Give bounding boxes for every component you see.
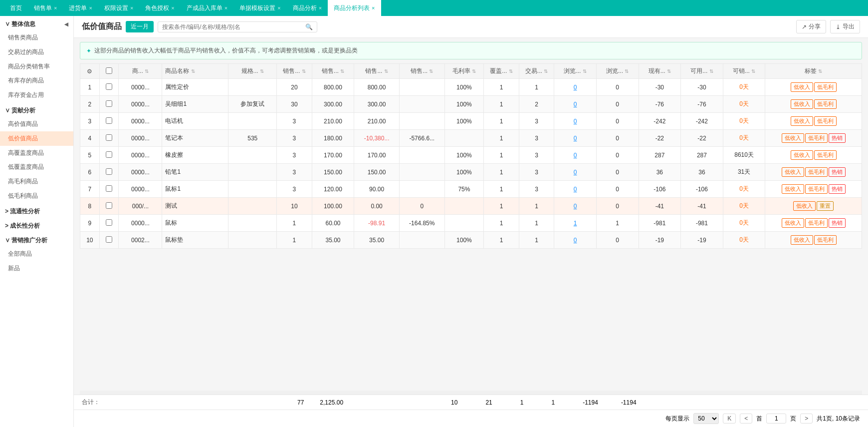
row-view1[interactable]: 1 bbox=[554, 215, 597, 232]
row-tags: 低收入低毛利 bbox=[765, 113, 862, 130]
sidebar-group-contribution[interactable]: ∨ 贡献分析 bbox=[0, 102, 73, 117]
data-table-container: ⚙ 商... ⇅ 商品名称 ⇅ 规格... ⇅ 销售... ⇅ 销售... ⇅ … bbox=[80, 63, 862, 391]
row-check[interactable] bbox=[99, 232, 119, 249]
nav-product-analysis-list[interactable]: 商品分析列表 × bbox=[328, 0, 381, 16]
nav-permissions[interactable]: 权限设置 × bbox=[98, 0, 139, 16]
row-check[interactable] bbox=[99, 181, 119, 198]
search-input[interactable] bbox=[162, 23, 303, 30]
sidebar-item-stocked-goods[interactable]: 有库存的商品 bbox=[0, 73, 73, 88]
col-sale-amt-header[interactable]: 销售... ⇅ bbox=[354, 64, 400, 79]
row-check[interactable] bbox=[99, 164, 119, 181]
nav-close-icon[interactable]: × bbox=[171, 5, 174, 11]
row-tags: 低收入低毛利热销 bbox=[765, 181, 862, 198]
row-view1[interactable]: 0 bbox=[554, 147, 597, 164]
row-check[interactable] bbox=[99, 130, 119, 147]
col-cover-header[interactable]: 覆盖... ⇅ bbox=[484, 64, 519, 79]
sidebar-item-all-goods[interactable]: 全部商品 bbox=[0, 247, 73, 261]
next-page-button[interactable]: > bbox=[800, 414, 813, 424]
sidebar-item-high-margin[interactable]: 高毛利商品 bbox=[0, 174, 73, 189]
table-row: 5 0000... 橡皮擦 3 170.00 170.00 100% 1 3 0… bbox=[80, 147, 862, 164]
row-no: 2 bbox=[80, 96, 100, 113]
prev-page-button[interactable]: < bbox=[740, 414, 752, 424]
row-view1[interactable]: 0 bbox=[554, 181, 597, 198]
sidebar-item-new-goods[interactable]: 新品 bbox=[0, 261, 73, 276]
share-button[interactable]: ↗ 分享 bbox=[796, 20, 826, 33]
col-sale-qty-header[interactable]: 销售... ⇅ bbox=[277, 64, 312, 79]
nav-close-icon[interactable]: × bbox=[319, 5, 322, 11]
col-sale2-header[interactable]: 可销... ⇅ bbox=[723, 64, 765, 79]
horizontal-scrollbar[interactable] bbox=[80, 391, 862, 395]
row-view2: 0 bbox=[596, 198, 639, 215]
row-view1[interactable]: 0 bbox=[554, 113, 597, 130]
row-view1[interactable]: 0 bbox=[554, 79, 597, 96]
col-view1-header[interactable]: 浏览... ⇅ bbox=[554, 64, 597, 79]
row-check[interactable] bbox=[99, 96, 119, 113]
row-cover: 1 bbox=[484, 215, 519, 232]
nav-home[interactable]: 首页 bbox=[4, 0, 28, 16]
row-view1[interactable]: 0 bbox=[554, 96, 597, 113]
sidebar-item-stock-fund[interactable]: 库存资金占用 bbox=[0, 88, 73, 102]
col-spec-header[interactable]: 规格... ⇅ bbox=[228, 64, 277, 79]
row-name: 属性定价 bbox=[162, 79, 228, 96]
sidebar-group-circulation[interactable]: > 流通性分析 bbox=[0, 203, 73, 218]
col-view2-header[interactable]: 浏览... ⇅ bbox=[596, 64, 639, 79]
search-icon[interactable]: 🔍 bbox=[305, 23, 313, 30]
col-settings[interactable]: ⚙ bbox=[80, 64, 100, 79]
col-tags-header[interactable]: 标签 ⇅ bbox=[765, 64, 862, 79]
filter-recent-month-button[interactable]: 近一月 bbox=[126, 21, 154, 32]
row-sale-amt: 300.00 bbox=[354, 96, 400, 113]
sidebar-item-category-sales-rate[interactable]: 商品分类销售率 bbox=[0, 59, 73, 74]
col-avail-header[interactable]: 可用... ⇅ bbox=[681, 64, 723, 79]
sidebar-group-growth[interactable]: > 成长性分析 bbox=[0, 218, 73, 232]
first-page-button[interactable]: K bbox=[723, 414, 736, 424]
row-sale-cost: -164.85% bbox=[399, 215, 444, 232]
sidebar-item-traded-goods[interactable]: 交易过的商品 bbox=[0, 45, 73, 59]
sidebar-group-overall[interactable]: ∨ 整体信息 ◀ bbox=[0, 16, 73, 30]
page-number-input[interactable] bbox=[766, 414, 786, 424]
sidebar-item-low-value[interactable]: 低价值商品 bbox=[0, 131, 73, 146]
total-trade: 21 bbox=[485, 399, 492, 406]
sidebar-item-sales-goods[interactable]: 销售类商品 bbox=[0, 30, 73, 45]
row-no: 10 bbox=[80, 232, 100, 249]
col-code-header[interactable]: 商... ⇅ bbox=[119, 64, 162, 79]
nav-product-analysis[interactable]: 商品分析 × bbox=[287, 0, 328, 16]
sidebar-item-low-margin[interactable]: 低毛利商品 bbox=[0, 189, 73, 203]
col-gross-header[interactable]: 毛利率 ⇅ bbox=[444, 64, 484, 79]
col-sale-cost-header[interactable]: 销售... ⇅ bbox=[399, 64, 444, 79]
sidebar-group-marketing[interactable]: ∨ 营销推广分析 bbox=[0, 232, 73, 247]
export-button[interactable]: ⤓ 导出 bbox=[830, 20, 860, 33]
row-check[interactable] bbox=[99, 198, 119, 215]
row-view1[interactable]: 0 bbox=[554, 164, 597, 181]
col-trade-header[interactable]: 交易... ⇅ bbox=[519, 64, 554, 79]
nav-sales-order[interactable]: 销售单 × bbox=[28, 0, 63, 16]
row-avail: 287 bbox=[681, 147, 723, 164]
nav-close-icon[interactable]: × bbox=[277, 5, 280, 11]
row-view1[interactable]: 0 bbox=[554, 232, 597, 249]
col-check-all[interactable] bbox=[99, 64, 119, 79]
nav-close-icon[interactable]: × bbox=[130, 5, 133, 11]
nav-close-icon[interactable]: × bbox=[224, 5, 227, 11]
row-view1[interactable]: 0 bbox=[554, 198, 597, 215]
sidebar-item-low-coverage[interactable]: 低覆盖度商品 bbox=[0, 160, 73, 174]
nav-product-entry[interactable]: 产成品入库单 × bbox=[181, 0, 233, 16]
row-check[interactable] bbox=[99, 79, 119, 96]
nav-roles[interactable]: 角色授权 × bbox=[139, 0, 180, 16]
nav-purchase-order[interactable]: 进货单 × bbox=[63, 0, 98, 16]
row-check[interactable] bbox=[99, 215, 119, 232]
nav-close-icon[interactable]: × bbox=[89, 5, 92, 11]
row-check[interactable] bbox=[99, 147, 119, 164]
sidebar-item-high-coverage[interactable]: 高覆盖度商品 bbox=[0, 146, 73, 160]
nav-template-settings[interactable]: 单据模板设置 × bbox=[233, 0, 286, 16]
nav-close-active-icon[interactable]: × bbox=[372, 5, 375, 11]
row-check[interactable] bbox=[99, 113, 119, 130]
sidebar-item-high-value[interactable]: 高价值商品 bbox=[0, 117, 73, 131]
col-name-header[interactable]: 商品名称 ⇅ bbox=[162, 64, 228, 79]
col-sale-price-header[interactable]: 销售... ⇅ bbox=[312, 64, 354, 79]
row-view1[interactable]: 0 bbox=[554, 130, 597, 147]
page-size-select[interactable]: 50 100 bbox=[693, 413, 719, 424]
row-sale2: 0天 bbox=[723, 181, 765, 198]
col-current-header[interactable]: 现有... ⇅ bbox=[639, 64, 681, 79]
nav-close-icon[interactable]: × bbox=[54, 5, 57, 11]
row-sale2: 0天 bbox=[723, 79, 765, 96]
row-tags: 低收入低毛利热销 bbox=[765, 164, 862, 181]
